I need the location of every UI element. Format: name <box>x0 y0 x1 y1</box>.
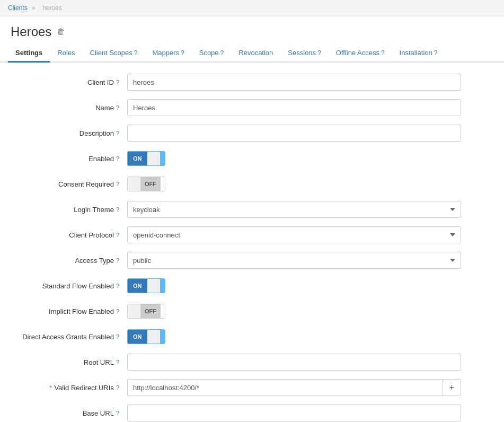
base-url-help-icon[interactable]: ? <box>116 410 119 416</box>
valid-redirect-add-button[interactable]: + <box>443 379 461 396</box>
valid-redirect-input[interactable] <box>127 379 443 396</box>
name-row: Name ? <box>16 99 488 117</box>
enabled-help-icon[interactable]: ? <box>116 155 119 162</box>
direct-access-row: Direct Access Grants Enabled ? ON <box>16 328 488 346</box>
base-url-label: Base URL ? <box>16 409 127 417</box>
enabled-toggle-handle <box>147 152 160 165</box>
breadcrumb: Clients » heroes <box>0 0 504 16</box>
implicit-flow-label: Implicit Flow Enabled ? <box>16 307 127 315</box>
access-type-label: Access Type ? <box>16 257 127 265</box>
access-type-select[interactable]: public confidential bearer-only <box>127 252 461 269</box>
login-theme-select[interactable]: keycloak base <box>127 201 461 218</box>
breadcrumb-parent[interactable]: Clients <box>8 4 28 12</box>
client-id-help-icon[interactable]: ? <box>116 79 119 85</box>
tab-scope[interactable]: Scope ? <box>192 45 232 63</box>
client-protocol-select[interactable]: openid-connect saml <box>127 226 461 243</box>
implicit-flow-off-label: OFF <box>140 304 161 318</box>
consent-required-label: Consent Required ? <box>16 180 127 188</box>
tab-roles[interactable]: Roles <box>50 45 82 63</box>
tab-settings[interactable]: Settings <box>8 45 50 63</box>
page-title: Heroes <box>11 24 51 39</box>
page-header: Heroes 🗑 <box>0 16 504 45</box>
tab-offline-access[interactable]: Offline Access ? <box>329 45 392 63</box>
consent-off-label: OFF <box>140 177 161 191</box>
delete-icon[interactable]: 🗑 <box>57 27 65 37</box>
login-theme-help-icon[interactable]: ? <box>116 206 119 213</box>
standard-flow-help-icon[interactable]: ? <box>116 283 119 289</box>
implicit-flow-handle <box>128 304 140 318</box>
standard-flow-toggle[interactable]: ON <box>127 278 165 293</box>
root-url-label: Root URL ? <box>16 358 127 366</box>
enabled-row: Enabled ? ON <box>16 150 488 168</box>
name-label: Name ? <box>16 104 127 112</box>
base-url-row: Base URL ? <box>16 404 488 422</box>
name-input[interactable] <box>127 99 461 116</box>
base-url-input[interactable] <box>127 405 461 421</box>
enabled-toggle[interactable]: ON <box>127 151 165 166</box>
tabs-bar: Settings Roles Client Scopes ? Mappers ?… <box>0 45 504 63</box>
tab-offline-access-help-icon: ? <box>381 49 385 57</box>
description-label: Description ? <box>16 129 127 137</box>
standard-flow-row: Standard Flow Enabled ? ON <box>16 277 488 295</box>
client-protocol-row: Client Protocol ? openid-connect saml <box>16 226 488 244</box>
client-protocol-label: Client Protocol ? <box>16 231 127 239</box>
direct-access-handle <box>147 330 160 344</box>
root-url-input[interactable] <box>127 354 461 371</box>
client-protocol-help-icon[interactable]: ? <box>116 232 119 238</box>
access-type-help-icon[interactable]: ? <box>116 257 119 263</box>
standard-flow-on-label: ON <box>128 279 147 293</box>
implicit-flow-row: Implicit Flow Enabled ? OFF <box>16 302 488 320</box>
client-id-input[interactable] <box>127 74 461 91</box>
consent-required-toggle[interactable]: OFF <box>127 177 165 191</box>
breadcrumb-separator: » <box>32 4 36 12</box>
direct-access-help-icon[interactable]: ? <box>116 333 119 340</box>
description-input[interactable] <box>127 125 461 142</box>
direct-access-toggle[interactable]: ON <box>127 329 165 344</box>
direct-access-on-label: ON <box>128 330 147 344</box>
consent-required-row: Consent Required ? OFF <box>16 175 488 193</box>
standard-flow-label: Standard Flow Enabled ? <box>16 282 127 290</box>
tab-client-scopes-help-icon: ? <box>134 49 138 57</box>
client-id-label: Client ID ? <box>16 78 127 86</box>
root-url-help-icon[interactable]: ? <box>116 359 119 365</box>
valid-redirect-required-marker: * <box>49 384 52 392</box>
name-help-icon[interactable]: ? <box>116 104 119 111</box>
enabled-on-label: ON <box>128 152 147 165</box>
add-icon: + <box>449 383 454 392</box>
settings-form: Client ID ? Name ? Description ? Enabled… <box>0 63 504 422</box>
root-url-row: Root URL ? <box>16 353 488 371</box>
implicit-flow-help-icon[interactable]: ? <box>116 308 119 314</box>
breadcrumb-current: heroes <box>42 4 62 12</box>
tab-revocation[interactable]: Revocation <box>231 45 280 63</box>
valid-redirect-help-icon[interactable]: ? <box>116 384 119 391</box>
implicit-flow-toggle[interactable]: OFF <box>127 304 165 319</box>
client-id-row: Client ID ? <box>16 73 488 91</box>
description-help-icon[interactable]: ? <box>116 130 119 136</box>
valid-redirect-input-group: + <box>127 379 461 396</box>
tab-client-scopes[interactable]: Client Scopes ? <box>83 45 145 63</box>
description-row: Description ? <box>16 124 488 142</box>
enabled-label: Enabled ? <box>16 155 127 163</box>
login-theme-label: Login Theme ? <box>16 206 127 214</box>
tab-scope-help-icon: ? <box>220 49 224 57</box>
valid-redirect-row: * Valid Redirect URIs ? + <box>16 379 488 397</box>
tab-mappers-help-icon: ? <box>181 49 184 57</box>
tab-installation[interactable]: Installation ? <box>392 45 445 63</box>
consent-required-help-icon[interactable]: ? <box>116 181 119 187</box>
tab-sessions-help-icon: ? <box>317 49 321 57</box>
tab-sessions[interactable]: Sessions ? <box>280 45 328 63</box>
direct-access-label: Direct Access Grants Enabled ? <box>16 333 127 341</box>
consent-toggle-handle <box>128 177 140 191</box>
valid-redirect-label: * Valid Redirect URIs ? <box>16 384 127 392</box>
tab-mappers[interactable]: Mappers ? <box>145 45 191 63</box>
tab-installation-help-icon: ? <box>434 49 438 57</box>
access-type-row: Access Type ? public confidential bearer… <box>16 251 488 269</box>
standard-flow-handle <box>147 279 160 293</box>
login-theme-row: Login Theme ? keycloak base <box>16 200 488 218</box>
